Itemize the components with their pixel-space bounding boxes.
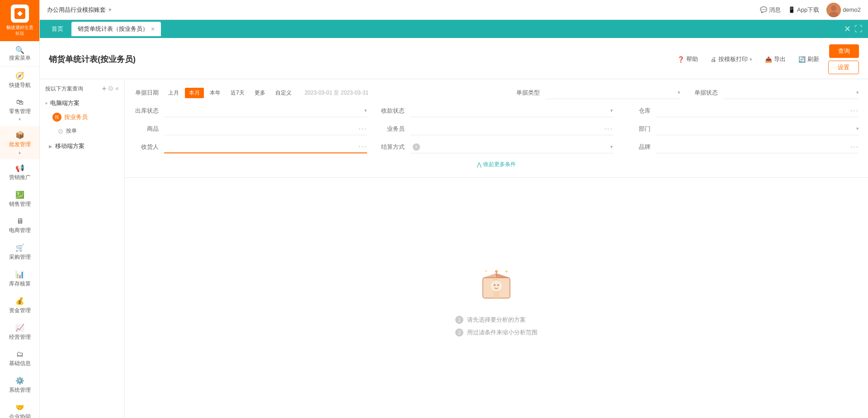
left-panel-header: 按以下方案查询 + ⊙ « — [40, 85, 124, 93]
message-icon: 💬 — [760, 6, 767, 13]
page-header-top: 销货单统计表(按业务员) ❓ 帮助 🖨 按模板打印 ▾ 📤 导出 — [49, 44, 859, 74]
sales-icon: 💹 — [15, 190, 24, 199]
mobile-group-header[interactable]: ▶ 移动端方案 — [40, 139, 124, 153]
action-btns-group: 查询 设置 — [828, 44, 859, 74]
consignee-filter[interactable]: ··· — [164, 141, 367, 153]
empty-state-steps: 1 请先选择要分析的方案 2 用过滤条件来缩小分析范围 — [455, 316, 538, 337]
tab-expand-btn[interactable]: ⛶ — [854, 24, 863, 34]
sidebar-item-finance[interactable]: 💰 资金管理 — [0, 292, 39, 319]
collapse-scheme-icon[interactable]: « — [115, 85, 119, 93]
warehouse-dots-icon: ··· — [850, 107, 859, 115]
svg-point-2 — [831, 5, 836, 11]
salesman-filter[interactable]: ··· — [410, 123, 613, 135]
brand-filter[interactable]: ··· — [656, 141, 859, 153]
tabbar: 首页 销货单统计表（按业务员） × ✕ ⛶ — [40, 20, 868, 38]
scheme-item-label: 按业务员 — [64, 113, 88, 121]
sidebar-item-inventory[interactable]: 📊 库存核算 — [0, 266, 39, 292]
date-btn-this-year[interactable]: 本年 — [206, 88, 225, 98]
help-label: 帮助 — [686, 55, 698, 63]
refresh-btn[interactable]: 🔄 刷新 — [795, 53, 823, 65]
payment-filter[interactable]: × ▾ — [410, 141, 613, 153]
filter-row-3: 商品 ··· 业务员 ··· 部门 ▾ — [134, 123, 859, 135]
search-label: 搜索菜单 — [4, 54, 36, 62]
tab-active[interactable]: 销货单统计表（按业务员） × — [71, 22, 161, 36]
svg-point-7 — [491, 280, 502, 291]
scheme-query-label: 按以下方案查询 — [45, 85, 83, 93]
help-icon: ❓ — [677, 56, 684, 63]
sidebar-item-purchase[interactable]: 🛒 采购管理 — [0, 239, 39, 266]
scheme-sub-item-order[interactable]: ⊙ 按单 — [40, 124, 124, 138]
date-btn-this-month[interactable]: 本月 — [185, 88, 204, 98]
print-icon: 🖨 — [711, 56, 717, 63]
retail-icon: 🛍 — [16, 98, 24, 106]
scheme-group-desktop: ▾ 电脑端方案 按 按业务员 ⊙ 按单 — [40, 96, 124, 138]
collapse-row: ⋀ 收起更多条件 — [134, 159, 859, 170]
brand-dots-icon: ··· — [850, 143, 859, 151]
date-btn-last-month[interactable]: 上月 — [164, 88, 183, 98]
tab-close-btn[interactable]: ✕ — [844, 24, 851, 34]
empty-step-2: 2 用过滤条件来缩小分析范围 — [455, 328, 538, 337]
marketing-icon: 📢 — [15, 164, 24, 172]
mobile-group-label: 移动端方案 — [55, 142, 85, 150]
sub-item-icon: ⊙ — [58, 128, 63, 135]
user-name: demo2 — [843, 6, 861, 13]
doc-status-filter[interactable]: ▾ — [723, 86, 859, 99]
sidebar-item-marketing[interactable]: 📢 营销推广 — [0, 159, 39, 186]
warehouse-filter[interactable]: ··· — [656, 104, 859, 117]
tab-close-icon[interactable]: × — [151, 25, 155, 33]
receipt-status-filter[interactable]: ▾ — [410, 104, 613, 117]
message-btn[interactable]: 💬 消息 — [760, 6, 781, 14]
tab-home[interactable]: 首页 — [45, 22, 70, 36]
date-btn-more[interactable]: 更多 — [250, 88, 269, 98]
sub-item-label: 按单 — [66, 127, 77, 135]
date-btn-custom[interactable]: 自定义 — [271, 88, 296, 98]
product-filter[interactable]: ··· — [164, 123, 367, 135]
empty-state: ✦ ✦ 1 请先选择要分析的方案 2 用过滤条件来缩小分析范围 — [125, 178, 868, 418]
sidebar-item-basic[interactable]: 🗂 基础信息 — [0, 346, 39, 372]
system-icon: ⚙️ — [15, 376, 24, 385]
product-label: 商品 — [134, 125, 159, 133]
query-button[interactable]: 查询 — [829, 44, 859, 58]
add-scheme-icon[interactable]: + — [102, 85, 106, 93]
sidebar-item-ecom[interactable]: 🖥 电商管理 — [0, 213, 39, 239]
payment-clear-icon[interactable]: × — [413, 143, 420, 151]
out-status-filter[interactable]: ▾ — [164, 104, 367, 117]
payment-dropdown-icon: ▾ — [610, 144, 613, 150]
date-range-text: 2023-03-01 至 2023-03-31 — [305, 89, 368, 97]
app-logo[interactable]: 畅捷通好生意 标版 — [0, 0, 39, 41]
sidebar-item-shortcut[interactable]: 🧭 快捷导航 — [0, 67, 39, 94]
purchase-icon: 🛒 — [15, 243, 24, 252]
help-btn[interactable]: ❓ 帮助 — [674, 53, 702, 65]
print-btn[interactable]: 🖨 按模板打印 ▾ — [707, 53, 756, 65]
ecom-icon: 🖥 — [16, 217, 24, 225]
settings-button[interactable]: 设置 — [828, 61, 859, 74]
sidebar-item-retail[interactable]: 🛍 零售管理 ▾ — [0, 94, 39, 126]
step-1-label: 请先选择要分析的方案 — [467, 316, 526, 324]
consignee-dots-icon: ··· — [359, 142, 367, 151]
sidebar-item-operation[interactable]: 📈 经营管理 — [0, 319, 39, 346]
company-dropdown-icon[interactable]: ▾ — [108, 6, 112, 13]
sidebar-item-enterprise[interactable]: 🤝 企业协同 — [0, 399, 39, 418]
doc-type-filter[interactable]: ▾ — [545, 86, 681, 99]
sidebar-item-sales[interactable]: 💹 销售管理 — [0, 186, 39, 213]
content-body: 按以下方案查询 + ⊙ « ▾ 电脑端方案 按 按业务员 — [40, 79, 868, 418]
app-download-btn[interactable]: 📱 App下载 — [788, 6, 819, 14]
edit-scheme-icon[interactable]: ⊙ — [108, 85, 113, 93]
payment-label: 结算方式 — [380, 143, 405, 151]
dept-filter[interactable]: ▾ — [656, 123, 859, 135]
sidebar-item-wholesale[interactable]: 📦 批发管理 ▴ — [0, 126, 39, 159]
desktop-group-label: 电脑端方案 — [50, 99, 80, 107]
company-name: 办公用品行业模拟账套 — [47, 6, 106, 14]
salesman-label: 业务员 — [380, 125, 405, 133]
system-label: 系统管理 — [9, 386, 31, 394]
search-menu-item[interactable]: 🔍 搜索菜单 — [0, 41, 39, 67]
desktop-group-header[interactable]: ▾ 电脑端方案 — [40, 96, 124, 110]
collapse-btn[interactable]: ⋀ 收起更多条件 — [472, 159, 521, 170]
sidebar-item-system[interactable]: ⚙️ 系统管理 — [0, 372, 39, 399]
date-btn-7days[interactable]: 近7天 — [226, 88, 249, 98]
receipt-status-dropdown-icon: ▾ — [610, 108, 613, 114]
export-btn[interactable]: 📤 导出 — [761, 53, 789, 65]
scheme-item-salesperson[interactable]: 按 按业务员 — [40, 110, 124, 124]
enterprise-icon: 🤝 — [15, 403, 24, 412]
user-profile-btn[interactable]: demo2 — [826, 3, 861, 17]
